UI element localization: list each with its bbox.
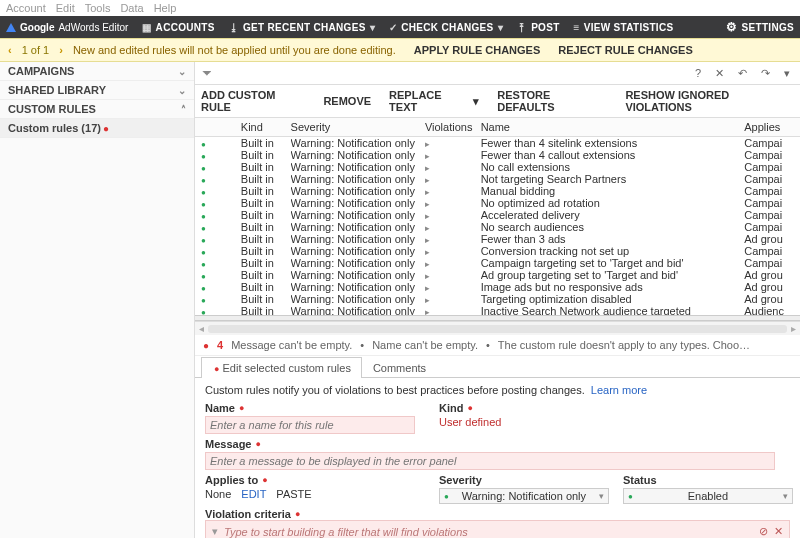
sidebar-shared-library[interactable]: SHARED LIBRARY⌄ [0, 81, 194, 100]
undo-icon[interactable]: ↶ [734, 67, 751, 80]
remove-button[interactable]: REMOVE [323, 95, 371, 107]
tab-comments[interactable]: Comments [362, 357, 437, 378]
app-toolbar: Google AdWords Editor ▦ACCOUNTS ⭳GET REC… [0, 16, 800, 38]
table-row[interactable]: ●Built inWarning: Notification only▸Camp… [195, 257, 800, 269]
col-severity[interactable]: Severity [291, 121, 425, 133]
filter-icon[interactable]: ⏷ [201, 66, 213, 80]
sidebar-custom-rules-item[interactable]: Custom rules (17)● [0, 119, 194, 138]
help-icon[interactable]: ? [691, 67, 705, 79]
error-dot-icon: ● [239, 403, 244, 413]
chevron-down-icon: ▾ [599, 491, 604, 501]
expand-icon: ▸ [425, 211, 430, 221]
table-row[interactable]: ●Built inWarning: Notification only▸Fewe… [195, 137, 800, 149]
nav-accounts[interactable]: ▦ACCOUNTS [142, 22, 214, 33]
grid-icon: ▦ [142, 22, 151, 33]
col-name[interactable]: Name [481, 121, 745, 133]
error-summary-bar: ● 4 Message can't be empty. • Name can't… [195, 335, 800, 356]
reshow-violations-button[interactable]: RESHOW IGNORED VIOLATIONS [625, 89, 794, 113]
violation-criteria-input[interactable]: ▾ Type to start building a filter that w… [205, 520, 790, 538]
brand-product: AdWords Editor [58, 22, 128, 33]
table-row[interactable]: ●Built inWarning: Notification only▸Conv… [195, 245, 800, 257]
applies-paste-link[interactable]: PASTE [276, 488, 311, 500]
nav-settings[interactable]: ⚙SETTINGS [726, 20, 794, 34]
applies-edit-link[interactable]: EDIT [241, 488, 266, 500]
horizontal-scrollbar[interactable]: ◂▸ [195, 321, 800, 335]
notice-message: New and edited rules will not be applied… [73, 44, 396, 56]
table-row[interactable]: ●Built inWarning: Notification only▸Acce… [195, 209, 800, 221]
reject-rule-changes-button[interactable]: REJECT RULE CHANGES [558, 44, 692, 56]
col-violations[interactable]: Violations [425, 121, 481, 133]
nav-post[interactable]: ⭱POST [517, 22, 560, 33]
expand-icon: ▸ [425, 151, 430, 161]
detail-intro: Custom rules notify you of violations to… [205, 384, 790, 396]
col-applies[interactable]: Applies [744, 121, 794, 133]
next-notice-button[interactable]: › [59, 44, 63, 56]
table-row[interactable]: ●Built inWarning: Notification only▸Targ… [195, 293, 800, 305]
error-dot-icon: ● [203, 340, 209, 351]
close-icon[interactable]: ✕ [711, 67, 728, 80]
table-row[interactable]: ●Built inWarning: Notification only▸No c… [195, 161, 800, 173]
table-row[interactable]: ●Built inWarning: Notification only▸No s… [195, 221, 800, 233]
severity-select[interactable]: ●Warning: Notification only▾ [439, 488, 609, 504]
status-dot-icon: ● [201, 224, 206, 233]
status-select[interactable]: ●Enabled▾ [623, 488, 793, 504]
menu-data[interactable]: Data [120, 2, 143, 14]
menu-help[interactable]: Help [154, 2, 177, 14]
applies-value: None [205, 488, 231, 500]
nav-check[interactable]: ✓CHECK CHANGES▾ [389, 22, 503, 33]
tab-edit-rules[interactable]: ● Edit selected custom rules [201, 357, 362, 378]
chevron-down-icon: ▾ [473, 95, 479, 108]
learn-more-link[interactable]: Learn more [591, 384, 647, 396]
logo-icon [6, 23, 16, 32]
apply-rule-changes-button[interactable]: APPLY RULE CHANGES [414, 44, 541, 56]
table-row[interactable]: ●Built inWarning: Notification only▸Fewe… [195, 233, 800, 245]
close-icon[interactable]: ✕ [774, 525, 783, 538]
name-input[interactable] [205, 416, 415, 434]
sidebar-campaigns[interactable]: CAMPAIGNS⌄ [0, 62, 194, 81]
table-row[interactable]: ●Built inWarning: Notification only▸Not … [195, 173, 800, 185]
expand-icon: ▸ [425, 247, 430, 257]
replace-text-button[interactable]: REPLACE TEXT▾ [389, 89, 479, 113]
sidebar-custom-rules[interactable]: CUSTOM RULES˄ [0, 100, 194, 119]
status-label: Status [623, 474, 783, 486]
table-row[interactable]: ●Built inWarning: Notification only▸Fewe… [195, 149, 800, 161]
add-custom-rule-button[interactable]: ADD CUSTOM RULE [201, 89, 305, 113]
filter-bar: ⏷ ? ✕ ↶ ↷ ▾ [195, 62, 800, 85]
error-dot-icon: ● [295, 509, 300, 519]
nav-get-recent[interactable]: ⭳GET RECENT CHANGES▾ [229, 22, 375, 33]
table-row[interactable]: ●Built inWarning: Notification only▸No o… [195, 197, 800, 209]
detail-panel: Custom rules notify you of violations to… [195, 378, 800, 538]
table-row[interactable]: ●Built inWarning: Notification only▸Imag… [195, 281, 800, 293]
status-dot-icon: ● [201, 188, 206, 197]
scroll-left-icon[interactable]: ◂ [199, 323, 204, 334]
expand-icon: ▸ [425, 271, 430, 281]
chevron-down-icon[interactable]: ▾ [780, 67, 794, 80]
download-icon: ⭳ [229, 22, 239, 33]
upload-icon: ⭱ [517, 22, 527, 33]
status-dot-icon: ● [201, 296, 206, 305]
grid-body[interactable]: ●Built inWarning: Notification only▸Fewe… [195, 137, 800, 315]
message-label: Message● [205, 438, 775, 450]
menu-edit[interactable]: Edit [56, 2, 75, 14]
scroll-right-icon[interactable]: ▸ [791, 323, 796, 334]
error-msg-2: Name can't be empty. [372, 339, 478, 351]
status-dot-icon: ● [201, 176, 206, 185]
message-input[interactable] [205, 452, 775, 470]
redo-icon[interactable]: ↷ [757, 67, 774, 80]
status-dot-icon: ● [201, 200, 206, 209]
table-row[interactable]: ●Built inWarning: Notification only▸Ad g… [195, 269, 800, 281]
expand-icon: ▸ [425, 139, 430, 149]
severity-label: Severity [439, 474, 599, 486]
nav-stats[interactable]: ≡VIEW STATISTICS [574, 22, 674, 33]
restore-defaults-button[interactable]: RESTORE DEFAULTS [497, 89, 607, 113]
status-dot-icon: ● [201, 152, 206, 161]
menu-tools[interactable]: Tools [85, 2, 111, 14]
table-row[interactable]: ●Built inWarning: Notification only▸Manu… [195, 185, 800, 197]
chevron-icon: ⌄ [178, 85, 186, 96]
error-msg-1: Message can't be empty. [231, 339, 352, 351]
menu-account[interactable]: Account [6, 2, 46, 14]
table-row[interactable]: ●Built inWarning: Notification only▸Inac… [195, 305, 800, 315]
col-kind[interactable]: Kind [241, 121, 291, 133]
prev-notice-button[interactable]: ‹ [8, 44, 12, 56]
status-dot-icon: ● [201, 260, 206, 269]
